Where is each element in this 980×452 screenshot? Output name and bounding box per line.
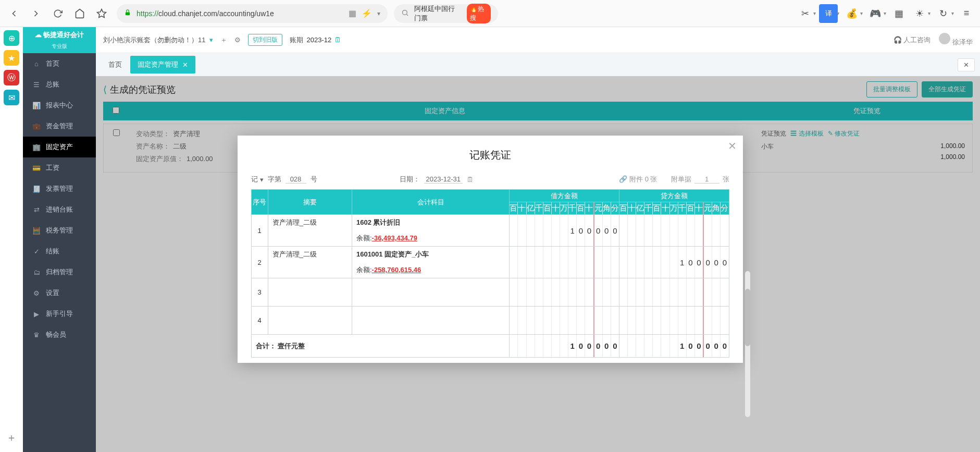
url-chevron-icon[interactable]: ▾ bbox=[377, 10, 380, 17]
game-icon[interactable]: 🎮 bbox=[866, 4, 885, 23]
menu-icon[interactable]: ≡ bbox=[957, 4, 976, 23]
browser-tools: ✂▾ 译▾ 💰▾ 🎮▾ ▦ ☀▾ ↻▾ ≡ bbox=[796, 4, 976, 23]
hot-badge: 🔥热搜 bbox=[467, 4, 491, 23]
url-box[interactable]: https://cloud.chanjet.com/accounting/uw1… bbox=[117, 4, 388, 23]
svg-rect-1 bbox=[126, 12, 130, 15]
svg-marker-0 bbox=[97, 9, 106, 17]
reload-icon[interactable] bbox=[48, 4, 68, 23]
url-text: https://cloud.chanjet.com/accounting/uw1… bbox=[137, 9, 274, 18]
wallet-icon[interactable]: 💰 bbox=[842, 4, 861, 23]
sun-icon[interactable]: ☀ bbox=[910, 4, 929, 23]
lock-icon bbox=[124, 9, 131, 18]
star-icon[interactable] bbox=[92, 4, 111, 23]
history-icon[interactable]: ↻ bbox=[934, 4, 952, 23]
search-text: 阿根廷中国行门票 bbox=[414, 4, 462, 23]
svg-point-2 bbox=[403, 10, 407, 15]
home-icon[interactable] bbox=[70, 4, 90, 23]
grid-icon[interactable]: ▦ bbox=[889, 4, 908, 23]
scissors-icon[interactable]: ✂ bbox=[796, 4, 814, 23]
back-icon[interactable] bbox=[4, 4, 24, 23]
search-suggestion[interactable]: 阿根廷中国行门票 🔥热搜 bbox=[394, 4, 498, 23]
browser-bar: https://cloud.chanjet.com/accounting/uw1… bbox=[0, 0, 980, 27]
forward-icon[interactable] bbox=[26, 4, 46, 23]
qr-icon[interactable]: ▦ bbox=[349, 8, 356, 18]
bolt-icon[interactable]: ⚡ bbox=[362, 8, 372, 18]
translate-icon[interactable]: 译 bbox=[819, 4, 838, 23]
search-icon bbox=[401, 9, 409, 18]
